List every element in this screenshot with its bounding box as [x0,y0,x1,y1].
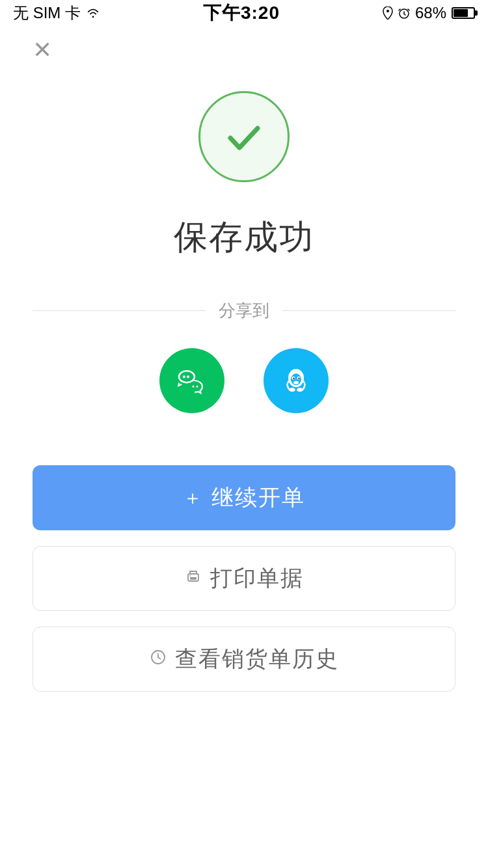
no-sim-text: 无 SIM 卡 [13,3,81,23]
history-label: 查看销货单历史 [175,644,339,674]
checkmark-icon [221,114,267,159]
main-content: 保存成功 分享到 [0,26,488,692]
status-left: 无 SIM 卡 [13,3,100,23]
wifi-icon [86,8,100,18]
svg-point-5 [193,386,195,388]
divider-left [33,310,206,311]
continue-order-label: 继续开单 [211,483,305,513]
qq-icon [278,362,314,399]
svg-point-6 [197,386,198,388]
close-button[interactable]: ✕ [26,34,59,66]
svg-point-15 [297,388,303,392]
svg-point-3 [183,375,185,378]
share-icons [159,348,329,413]
plus-icon: ＋ [183,485,204,511]
svg-point-13 [293,381,299,385]
battery-percent: 68% [415,4,446,22]
svg-point-14 [289,388,295,392]
success-circle [198,91,290,182]
success-title: 保存成功 [174,215,314,260]
battery-icon [452,7,475,19]
qq-share-button[interactable] [264,348,329,413]
status-bar: 无 SIM 卡 下午3:20 68% [0,0,488,26]
close-icon: ✕ [33,38,52,62]
print-button[interactable]: 打印单据 [33,546,455,611]
svg-point-0 [386,10,389,12]
print-icon [184,567,202,590]
print-label: 打印单据 [210,563,304,593]
alarm-icon [398,7,410,19]
share-label: 分享到 [219,299,269,322]
location-icon [383,7,393,20]
svg-point-12 [298,377,299,379]
svg-rect-17 [190,577,197,580]
wechat-icon [174,362,210,399]
svg-point-4 [187,375,189,378]
history-icon [149,648,167,671]
svg-point-11 [293,377,294,379]
divider-right [282,310,455,311]
share-divider: 分享到 [0,299,488,322]
continue-order-button[interactable]: ＋ 继续开单 [33,465,455,530]
svg-point-18 [189,575,191,576]
history-button[interactable]: 查看销货单历史 [33,627,455,692]
wechat-share-button[interactable] [159,348,224,413]
action-buttons: ＋ 继续开单 打印单据 查看销货单历史 [0,465,488,692]
status-right: 68% [383,4,475,22]
status-time: 下午3:20 [203,1,280,25]
